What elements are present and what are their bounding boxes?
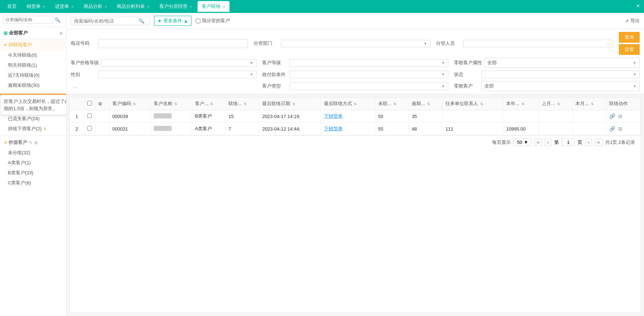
name-blurred2 (154, 126, 172, 131)
nav-tab-sales[interactable]: 销货单 × (22, 1, 49, 12)
sidebar-item-declining[interactable]: 持续下滑客户(2) ℹ (0, 124, 66, 134)
col-this-year: 本年... ⇅ (503, 98, 539, 110)
divider2 (0, 135, 66, 136)
action-icons-row1: 🔗 ⊞ (609, 113, 638, 119)
info-icon3: ℹ (44, 127, 46, 131)
search-input[interactable] (74, 18, 139, 24)
settings-button[interactable]: 设置 (619, 44, 640, 55)
per-page-select[interactable]: 50 ▼ (514, 138, 531, 146)
sort-method-icon[interactable]: ⇅ (354, 102, 357, 106)
close-sales-tab-icon[interactable]: × (43, 4, 45, 9)
payment-label: 收付款条件 (262, 71, 287, 78)
method-link-2[interactable]: 下销货单 (324, 126, 343, 131)
sidebar-item-7days[interactable]: 近7天待联络(0) (0, 70, 66, 80)
this-month-cell (573, 123, 606, 135)
table-settings-icon[interactable]: ⚙ (98, 101, 102, 107)
customer-type-select[interactable]: ▼ (289, 82, 448, 90)
method-link-1[interactable]: 下销货单 (324, 113, 343, 119)
sort-date-icon[interactable]: ⇅ (292, 102, 295, 106)
sidebar-item-class-a[interactable]: A类客户(1) (0, 158, 66, 168)
customer-level-select[interactable]: ▼ (289, 59, 448, 67)
my-customers-checkbox-area[interactable]: 我分管的客户 (196, 18, 230, 24)
link-icon-row1[interactable]: 🔗 (609, 113, 615, 119)
nav-tab-home[interactable]: 首页 (3, 1, 21, 12)
sidebar-item-class-c[interactable]: C类客户(6) (0, 178, 66, 188)
last-page-button[interactable]: » (595, 138, 602, 146)
grid-icon-row1[interactable]: ⊞ (618, 113, 622, 119)
next-page-button[interactable]: › (585, 138, 592, 146)
col-settings[interactable]: ⚙ (95, 98, 109, 110)
search-icon[interactable]: 🔍 (139, 18, 144, 24)
window-close-button[interactable]: × (636, 3, 640, 9)
sidebar-item-lost[interactable]: 已流失客户(24) (0, 114, 66, 124)
last-method-cell: 下销货单 (321, 123, 375, 135)
edit-icon[interactable]: ✎ (29, 140, 33, 145)
row2-checkbox[interactable] (87, 126, 92, 131)
contacts-cell: 7 (226, 123, 259, 135)
dept-select[interactable]: ▼ (281, 40, 431, 47)
sidebar-item-ungroup[interactable]: 未分组(32) (0, 148, 66, 158)
uncontacted-cell: 50 (375, 110, 409, 123)
gender-select[interactable]: ▼ (98, 71, 256, 78)
nav-tab-customer-tier[interactable]: 客户分层经营 × (155, 1, 196, 12)
sort-code-icon[interactable]: ⇅ (133, 102, 136, 106)
col-last-date: 最后联络日期 ⇅ (259, 98, 321, 110)
sidebar-item-today[interactable]: 今天待联络(0) (0, 50, 66, 60)
customers-table: ⚙ 客户编码 ⇅ 客户名称 ⇅ 客户... ⇅ (70, 98, 641, 135)
close-customer-contact-tab-icon[interactable]: × (223, 4, 225, 9)
phone-input[interactable] (98, 39, 248, 48)
sort-unit-icon[interactable]: ⇅ (480, 102, 483, 106)
nav-tab-product-list[interactable]: 商品分析列表 × (112, 1, 153, 12)
sort-overdue-icon[interactable]: ⇅ (427, 102, 430, 106)
nav-tab-product-analysis[interactable]: 商品分析 × (79, 1, 111, 12)
link-icon-row2[interactable]: 🔗 (609, 126, 615, 132)
export-button[interactable]: ↗ 导出 (625, 18, 640, 24)
sidebar-search-area: 🔍 (0, 13, 66, 27)
page-input[interactable] (562, 138, 575, 146)
close-product-analysis-tab-icon[interactable]: × (105, 4, 107, 9)
nav-tab-purchase[interactable]: 进货单 × (51, 1, 78, 12)
close-purchase-tab-icon[interactable]: × (71, 4, 73, 9)
more-conditions-button[interactable]: ▼ 更多条件 ▲ (154, 16, 191, 26)
add-icon[interactable]: ⊕ (34, 140, 38, 145)
value-customer-group[interactable]: ▼ 价值客户 ✎ ⊕ (0, 137, 66, 148)
sort-tmonth-icon[interactable]: ⇅ (591, 102, 594, 106)
col-last-method: 最后联络方式 ⇅ (321, 98, 375, 110)
sidebar-item-tomorrow[interactable]: 明天待联络(1) (0, 60, 66, 70)
retail-customer-select[interactable]: 全部 ▼ (481, 81, 640, 91)
customer-level-label: 客户等级 (262, 60, 287, 66)
actions-cell: 🔗 ⊞ (606, 110, 640, 123)
first-page-button[interactable]: « (534, 138, 542, 146)
sort-uncontacted-icon[interactable]: ⇅ (393, 102, 396, 106)
sort-year-icon[interactable]: ⇅ (522, 102, 524, 106)
price-level-select[interactable]: ▼ (101, 59, 256, 67)
row1-checkbox[interactable] (87, 113, 92, 118)
filter-dots[interactable]: ... (74, 84, 78, 89)
sort-name-icon[interactable]: ⇅ (174, 102, 177, 106)
unit-contacts-cell: 111 (443, 123, 503, 135)
sort-contacts-icon[interactable]: ⇅ (244, 102, 247, 106)
sort-lmonth-icon[interactable]: ⇅ (557, 102, 560, 106)
nav-tab-customer-contact[interactable]: 客户联络 × (198, 1, 229, 12)
payment-select[interactable]: ▼ (289, 71, 448, 78)
status-select[interactable]: ▼ (481, 71, 640, 78)
customer-type-label: 客户类型 (262, 83, 287, 89)
close-product-list-tab-icon[interactable]: × (147, 4, 149, 9)
col-contacts: 联络... ⇅ (226, 98, 259, 110)
my-customers-checkbox[interactable] (196, 19, 200, 23)
sidebar-search-input[interactable] (3, 16, 53, 24)
sidebar-item-overdue[interactable]: 逾期未联络(30) (0, 80, 66, 90)
sidebar-item-class-b[interactable]: B类客户(33) (0, 168, 66, 178)
pending-contact-group[interactable]: ▼ 待联络客户 (0, 39, 66, 50)
query-button[interactable]: 查询 (619, 32, 640, 43)
sidebar-collapse-button[interactable]: » (60, 30, 62, 36)
retail-attr-select[interactable]: 全部 ▼ (484, 58, 640, 68)
select-all-checkbox[interactable] (87, 101, 92, 105)
sidebar-search-icon[interactable]: 🔍 (55, 17, 60, 23)
col-actions: 联络动作 (606, 98, 640, 110)
prev-page-button[interactable]: ‹ (545, 138, 551, 146)
grid-icon-row2[interactable]: ⊞ (618, 126, 622, 132)
manager-select[interactable]: … (463, 40, 613, 47)
close-customer-tier-tab-icon[interactable]: × (190, 4, 192, 9)
sort-cat-icon[interactable]: ⇅ (210, 102, 213, 106)
